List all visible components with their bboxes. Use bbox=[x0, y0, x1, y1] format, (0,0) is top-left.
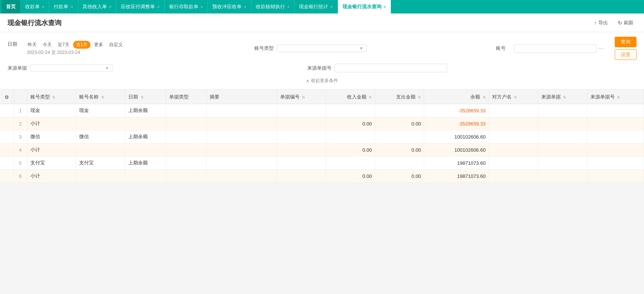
close-icon-other-income[interactable]: × bbox=[109, 4, 111, 9]
more-options-icon[interactable]: ··· bbox=[599, 45, 603, 52]
account-num-filter: 账号 ··· bbox=[496, 44, 603, 53]
sort-icon-source-doc: ⇅ bbox=[563, 95, 566, 99]
cell-account-type: 小计 bbox=[27, 170, 76, 183]
cell-source-doc bbox=[538, 117, 587, 130]
cell-doc-type bbox=[166, 143, 206, 157]
summary-column-header: 摘要 bbox=[206, 90, 277, 104]
close-icon-receipt[interactable]: × bbox=[42, 4, 44, 9]
close-icon-write-off[interactable]: × bbox=[287, 4, 290, 9]
doc-num-column-header[interactable]: 单据编号 ⇅ bbox=[277, 90, 326, 104]
table-row[interactable]: 5 支付宝 支付宝 上期余额 19871073.60 bbox=[0, 157, 644, 170]
date-opt-custom[interactable]: 自定义 bbox=[107, 41, 125, 49]
account-name-column-header[interactable]: 账号名称 ⇅ bbox=[76, 90, 125, 104]
nav-item-cash-stat[interactable]: 现金银行统计 × bbox=[294, 0, 338, 13]
nav-item-receipt[interactable]: 收款单 × bbox=[21, 0, 49, 13]
expense-column-header[interactable]: 支出金额 ⇅ bbox=[375, 90, 424, 104]
cell-account-name bbox=[76, 117, 125, 130]
nav-item-write-off[interactable]: 收款核销执行 × bbox=[251, 0, 294, 13]
date-opt-more[interactable]: 更多 bbox=[92, 41, 105, 49]
cell-income bbox=[326, 130, 375, 143]
nav-item-other-income[interactable]: 其他收入单 × bbox=[78, 0, 116, 13]
cell-doc-num bbox=[277, 104, 326, 117]
cell-date: 上期余额 bbox=[125, 130, 166, 143]
row-number: 4 bbox=[14, 143, 27, 157]
source-doc-num-label: 来源单据号 bbox=[307, 65, 332, 72]
source-doc-column-header[interactable]: 来源单据 ⇅ bbox=[538, 90, 587, 104]
cell-source-doc-num bbox=[587, 170, 644, 183]
table-row[interactable]: 4 小计 0.00 0.00 100102606.60 bbox=[0, 143, 644, 157]
close-icon-ap-ar[interactable]: × bbox=[157, 4, 159, 9]
cell-source-doc-num bbox=[587, 143, 644, 157]
nav-label-bank-deposit: 银行存取款单 bbox=[169, 3, 198, 10]
nav-item-pre-receipt[interactable]: 预收冲应收单 × bbox=[208, 0, 251, 13]
cell-summary bbox=[206, 143, 277, 157]
nav-item-ap-ar[interactable]: 应收应付调整单 × bbox=[116, 0, 164, 13]
refresh-icon: ↻ bbox=[618, 20, 622, 26]
export-button[interactable]: ↑ 导出 bbox=[591, 18, 611, 28]
cell-summary bbox=[206, 117, 277, 130]
query-button[interactable]: 查询 bbox=[615, 37, 636, 47]
cell-source-doc bbox=[538, 170, 587, 183]
table-row[interactable]: 2 小计 0.00 0.00 -3528659.33 bbox=[0, 117, 644, 130]
row-number: 6 bbox=[14, 170, 27, 183]
cell-balance: 19871073.60 bbox=[424, 157, 489, 170]
cell-account-type: 微信 bbox=[27, 130, 76, 143]
close-icon-cash-flow[interactable]: × bbox=[384, 4, 386, 9]
cell-summary bbox=[206, 104, 277, 117]
nav-label-other-income: 其他收入单 bbox=[83, 3, 107, 10]
gear-column-header[interactable]: ⚙ bbox=[0, 90, 14, 104]
date-options-wrapper: 昨天 今天 近7天 近1月 更多 自定义 2023-02-24 至 2023-0… bbox=[26, 41, 125, 56]
cell-account-type: 支付宝 bbox=[27, 157, 76, 170]
cell-expense bbox=[375, 130, 424, 143]
rownum-column-header bbox=[14, 90, 27, 104]
account-num-label: 账号 bbox=[496, 45, 511, 52]
refresh-button[interactable]: ↻ 刷新 bbox=[615, 18, 636, 28]
table-row[interactable]: 6 小计 0.00 0.00 19871073.60 bbox=[0, 170, 644, 183]
balance-column-header[interactable]: 余额 ⇅ bbox=[424, 90, 489, 104]
account-type-filter: 账号类型 ▼ bbox=[254, 45, 367, 52]
cell-balance: 19871073.60 bbox=[424, 170, 489, 183]
close-icon-pre-receipt[interactable]: × bbox=[244, 4, 246, 9]
date-opt-1month[interactable]: 近1月 bbox=[73, 41, 91, 49]
cell-balance: 100102606.60 bbox=[424, 130, 489, 143]
nav-item-payment[interactable]: 付款单 × bbox=[49, 0, 78, 13]
collapse-label: 收起更多条件 bbox=[311, 78, 338, 84]
cell-income bbox=[326, 104, 375, 117]
cell-expense bbox=[375, 104, 424, 117]
close-icon-cash-stat[interactable]: × bbox=[330, 4, 333, 9]
cell-counterparty bbox=[489, 170, 538, 183]
cell-doc-type bbox=[166, 157, 206, 170]
date-opt-yesterday[interactable]: 昨天 bbox=[26, 41, 39, 49]
source-doc-select[interactable]: ▼ bbox=[30, 64, 113, 72]
account-type-select[interactable]: ▼ bbox=[277, 45, 367, 52]
row-number: 2 bbox=[14, 117, 27, 130]
account-type-column-header[interactable]: 账号类型 ⇅ bbox=[27, 90, 76, 104]
account-num-input[interactable] bbox=[514, 44, 596, 53]
counterparty-column-header[interactable]: 对方户名 ⇅ bbox=[489, 90, 538, 104]
income-column-header[interactable]: 收入金额 ⇅ bbox=[326, 90, 375, 104]
cell-account-name bbox=[76, 143, 125, 157]
cell-account-name bbox=[76, 170, 125, 183]
collapse-bar[interactable]: ∧ 收起更多条件 bbox=[8, 76, 636, 85]
nav-item-bank-deposit[interactable]: 银行存取款单 × bbox=[165, 0, 208, 13]
account-type-label: 账号类型 bbox=[254, 45, 274, 52]
close-icon-payment[interactable]: × bbox=[71, 4, 73, 9]
close-icon-bank-deposit[interactable]: × bbox=[201, 4, 203, 9]
date-column-header[interactable]: 日期 ⇅ bbox=[125, 90, 166, 104]
setting-button[interactable]: 设置 bbox=[615, 49, 636, 60]
date-opt-7days[interactable]: 近7天 bbox=[56, 41, 72, 49]
nav-item-home[interactable]: 首页 bbox=[2, 0, 21, 13]
action-buttons: 查询 设置 bbox=[615, 37, 636, 60]
table-row[interactable]: 3 微信 微信 上期余额 100102606.60 bbox=[0, 130, 644, 143]
date-opt-today[interactable]: 今天 bbox=[41, 41, 54, 49]
cell-date bbox=[125, 117, 166, 130]
table-row[interactable]: 1 现金 现金 上期余额 -3528659.33 bbox=[0, 104, 644, 117]
source-doc-num-column-header[interactable]: 来源单据号 ⇅ bbox=[587, 90, 644, 104]
cell-summary bbox=[206, 157, 277, 170]
cell-date bbox=[125, 143, 166, 157]
nav-item-cash-flow[interactable]: 现金银行流水查询 × bbox=[338, 0, 391, 13]
cell-doc-num bbox=[277, 157, 326, 170]
cell-balance: 100102606.60 bbox=[424, 143, 489, 157]
cell-account-type: 现金 bbox=[27, 104, 76, 117]
source-doc-num-input[interactable] bbox=[335, 64, 447, 72]
